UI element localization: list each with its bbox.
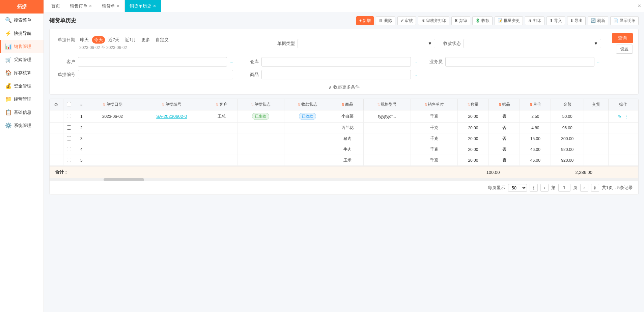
date-7days[interactable]: 近7天 bbox=[106, 36, 121, 44]
customer-input[interactable] bbox=[78, 57, 227, 67]
staff-input[interactable] bbox=[445, 57, 594, 67]
col-spec-cell bbox=[364, 155, 411, 166]
col-checkbox-cell[interactable] bbox=[63, 123, 75, 133]
customer-lookup-icon[interactable]: ... bbox=[230, 59, 233, 64]
row-checkbox[interactable] bbox=[67, 114, 71, 118]
tab-home[interactable]: 首页 bbox=[47, 0, 65, 12]
import-button[interactable]: ⬆ 导入 bbox=[547, 16, 565, 25]
tabs-right-controls: − ✕ bbox=[632, 3, 641, 8]
display-detail-button[interactable]: 📄 显示明细 bbox=[610, 16, 639, 25]
print-button[interactable]: 🖨 打印 bbox=[525, 16, 544, 25]
tab-close-sales-order[interactable]: ✕ bbox=[89, 4, 92, 8]
doc-num-link[interactable]: SA-20230602-0 bbox=[156, 114, 187, 119]
col-operation-cell[interactable] bbox=[608, 144, 638, 155]
settings-button[interactable]: 设置 bbox=[616, 45, 633, 54]
page-input[interactable] bbox=[558, 184, 570, 192]
col-doc-num-cell[interactable] bbox=[137, 155, 206, 166]
collect-status-select[interactable]: ▼ bbox=[464, 39, 601, 48]
col-gear[interactable]: ⚙ bbox=[50, 99, 63, 110]
col-doc-date-cell bbox=[88, 123, 137, 133]
tabs-expand-icon[interactable]: − bbox=[632, 3, 635, 8]
col-customer-cell: 王总 bbox=[206, 110, 237, 123]
abandon-button[interactable]: ✖ 弃审 bbox=[451, 16, 470, 25]
collapse-button[interactable]: ∧ 收起更多条件 bbox=[329, 84, 360, 90]
sidebar-item-ops-mgmt[interactable]: 📁 经营管理 bbox=[0, 93, 44, 106]
col-operation-cell[interactable] bbox=[608, 123, 638, 133]
goods-input[interactable] bbox=[261, 70, 411, 79]
doc-num-input[interactable] bbox=[78, 70, 233, 79]
col-checkbox-cell[interactable] bbox=[63, 110, 75, 123]
sidebar-item-search-menu[interactable]: 🔍 搜索菜单 bbox=[0, 14, 44, 27]
warehouse-lookup-icon[interactable]: ... bbox=[414, 59, 417, 64]
page-first-button[interactable]: ⟪ bbox=[530, 184, 538, 192]
export-button[interactable]: ⬇ 导出 bbox=[567, 16, 586, 25]
col-sales-unit[interactable]: ⇅销售单位 bbox=[411, 99, 457, 110]
row-checkbox[interactable] bbox=[67, 158, 71, 162]
goods-lookup-icon[interactable]: ... bbox=[414, 72, 417, 77]
query-button[interactable]: 查询 bbox=[612, 33, 633, 43]
col-unit-price[interactable]: ⇅单价 bbox=[520, 99, 551, 110]
col-doc-date[interactable]: ⇅单据日期 bbox=[88, 99, 137, 110]
sidebar-item-inventory[interactable]: 🏠 库存核算 bbox=[0, 66, 44, 79]
col-doc-num[interactable]: ⇅单据编号 bbox=[137, 99, 206, 110]
audit-button[interactable]: ✔ 审核 bbox=[397, 16, 416, 25]
sidebar-item-quick-nav[interactable]: ⚡ 快捷导航 bbox=[0, 27, 44, 40]
new-button[interactable]: + 新增 bbox=[356, 16, 374, 25]
date-custom[interactable]: 自定义 bbox=[153, 36, 171, 44]
sidebar-item-purchase-mgmt[interactable]: 🛒 采购管理 bbox=[0, 53, 44, 66]
doc-type-select[interactable]: ▼ bbox=[298, 39, 435, 48]
col-doc-num-cell[interactable] bbox=[137, 144, 206, 155]
table-gear-icon[interactable]: ⚙ bbox=[54, 102, 58, 107]
col-checkbox-cell[interactable] bbox=[63, 155, 75, 166]
col-collect-status[interactable]: ⇅收款状态 bbox=[284, 99, 331, 110]
select-all-checkbox[interactable] bbox=[67, 102, 71, 106]
col-goods-cell: 牛肉 bbox=[331, 144, 364, 155]
tabs-close-all-icon[interactable]: ✕ bbox=[638, 3, 641, 8]
date-more[interactable]: 更多 bbox=[139, 36, 152, 44]
col-spec[interactable]: ⇅规格型号 bbox=[364, 99, 411, 110]
col-doc-num-cell[interactable] bbox=[137, 133, 206, 144]
page-last-button[interactable]: ⟫ bbox=[591, 184, 599, 192]
page-next-button[interactable]: › bbox=[580, 184, 588, 192]
tab-sales-goods[interactable]: 销货单 ✕ bbox=[97, 0, 125, 12]
col-operation-cell[interactable] bbox=[608, 155, 638, 166]
sidebar-item-finance-mgmt[interactable]: 💰 资金管理 bbox=[0, 79, 44, 93]
sidebar-item-basic-info[interactable]: 📋 基础信息 bbox=[0, 106, 44, 119]
page-prev-button[interactable]: ‹ bbox=[540, 184, 549, 192]
row-checkbox[interactable] bbox=[67, 147, 71, 151]
col-goods[interactable]: ⇅商品 bbox=[331, 99, 364, 110]
edit-icon[interactable]: ✎ bbox=[618, 114, 622, 119]
date-1month[interactable]: 近1月 bbox=[123, 36, 138, 44]
date-shortcuts: 昨天 今天 近7天 近1月 更多 自定义 bbox=[78, 36, 171, 44]
date-yesterday[interactable]: 昨天 bbox=[78, 36, 91, 44]
col-doc-num-cell[interactable]: SA-20230602-0 bbox=[137, 110, 206, 123]
col-doc-num-cell[interactable] bbox=[137, 123, 206, 133]
delete-button[interactable]: 🗑 删除 bbox=[376, 16, 395, 25]
refresh-button[interactable]: 🔄 刷新 bbox=[588, 16, 608, 25]
col-quantity[interactable]: ⇅数量 bbox=[457, 99, 488, 110]
tab-close-history[interactable]: ✕ bbox=[153, 4, 156, 8]
row-checkbox[interactable] bbox=[67, 136, 71, 140]
tab-sales-goods-history[interactable]: 销货单历史 ✕ bbox=[125, 0, 161, 12]
collect-button[interactable]: 💲 收款 bbox=[472, 16, 493, 25]
more-icon[interactable]: ⋮ bbox=[624, 114, 628, 119]
date-today[interactable]: 今天 bbox=[92, 36, 105, 44]
staff-lookup-icon[interactable]: ... bbox=[597, 59, 600, 64]
warehouse-input[interactable] bbox=[261, 57, 411, 67]
col-checkbox-cell[interactable] bbox=[63, 144, 75, 155]
row-checkbox[interactable] bbox=[67, 125, 71, 130]
tab-close-sales-goods[interactable]: ✕ bbox=[116, 4, 120, 8]
sidebar-item-sys-mgmt[interactable]: ⚙️ 系统管理 bbox=[0, 119, 44, 132]
batch-change-button[interactable]: 📝 批量变更 bbox=[495, 16, 523, 25]
page-size-select[interactable]: 50 100 200 bbox=[508, 184, 527, 192]
col-operation-cell[interactable]: ✎⋮ bbox=[608, 110, 638, 123]
audit-print-button[interactable]: 🖨 审核并打印 bbox=[418, 16, 449, 25]
col-doc-status[interactable]: ⇅单据状态 bbox=[237, 99, 284, 110]
col-checkbox-cell[interactable] bbox=[63, 133, 75, 144]
col-customer[interactable]: ⇅客户 bbox=[206, 99, 237, 110]
col-operation-cell[interactable] bbox=[608, 133, 638, 144]
tab-sales-order[interactable]: 销售订单 ✕ bbox=[65, 0, 97, 12]
sidebar-item-sales-mgmt[interactable]: 📊 销售管理 bbox=[0, 40, 44, 53]
search-row-1: 单据日期 昨天 今天 近7天 近1月 更多 自定义 2023-06-02 至 2… bbox=[55, 33, 633, 54]
col-gift[interactable]: ⇅赠品 bbox=[489, 99, 520, 110]
